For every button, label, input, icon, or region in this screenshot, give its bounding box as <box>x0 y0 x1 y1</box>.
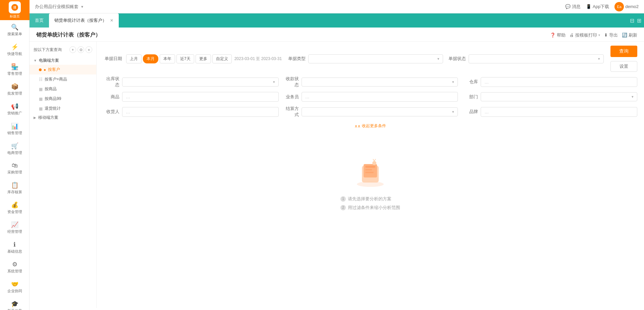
tip-item-2: 2 用过滤条件来缩小分析范围 <box>340 203 400 212</box>
logo-area[interactable]: 标题页 <box>0 0 30 20</box>
sidebar-item-system[interactable]: ⚙ 系统管理 <box>0 257 29 277</box>
add-scheme-btn[interactable]: + <box>69 46 76 53</box>
sidebar-item-purchase[interactable]: 🛍 采购管理 <box>0 159 29 178</box>
header-left: 办公用品行业模拟账套 ▾ <box>35 4 83 10</box>
collapse-filters-btn[interactable]: ∧∧ 收起更多条件 <box>103 120 637 132</box>
scheme-item-by-customer[interactable]: ● 按客户 <box>30 65 96 74</box>
more-btn[interactable]: 更多 <box>196 54 211 63</box>
sidebar-item-wholesale[interactable]: 📦 批发管理 <box>0 80 29 99</box>
message-btn[interactable]: 💬 消息 <box>565 4 581 10</box>
cur-year-btn[interactable]: 本年 <box>160 54 175 63</box>
date-range-text: 2023-03-01 至 2023-03-31 <box>234 56 282 62</box>
collapse-panel-btn[interactable]: « <box>86 46 92 53</box>
help-btn[interactable]: ❓ 帮助 <box>550 32 566 38</box>
sidebar-item-basic[interactable]: ℹ 基础信息 <box>0 238 29 257</box>
prev-month-btn[interactable]: 上月 <box>126 54 142 63</box>
payment-status-select[interactable]: ▾ <box>302 78 458 87</box>
sidebar-item-search-menu[interactable]: 🔍 搜索菜单 <box>0 20 29 40</box>
settlement-select[interactable]: ▾ <box>302 107 458 116</box>
receiver-select[interactable]: … <box>122 107 279 117</box>
scheme-item-by-product-99[interactable]: ▦ 按商品99 <box>30 94 96 104</box>
scheme-settings-btn[interactable]: ⊙ <box>77 46 84 53</box>
sidebar-item-new-guide[interactable]: 🎓 新手引导 <box>0 297 29 310</box>
sidebar-label-basic: 基础信息 <box>7 249 22 254</box>
subtitle-dropdown[interactable]: ▾ <box>81 4 83 9</box>
brand-select[interactable]: … <box>481 107 637 117</box>
sidebar-item-finance[interactable]: 💰 资金管理 <box>0 198 29 218</box>
by-p99-icon: ▦ <box>39 97 43 101</box>
tab-sales-stat[interactable]: 销货单统计计表（按客户） ✕ <box>49 13 119 28</box>
sidebar-item-marketing[interactable]: 📢 营销推广 <box>0 99 29 119</box>
by-product-label: 按商品 <box>45 86 57 92</box>
warehouse-select[interactable]: … <box>481 77 637 87</box>
sales-tab-label: 销货单统计计表（按客户） <box>54 17 107 23</box>
app-subtitle: 办公用品行业模拟账套 <box>35 4 78 10</box>
app-download-btn[interactable]: 📱 App下载 <box>586 4 609 10</box>
active-indicator <box>39 68 42 71</box>
sidebar-label-wholesale: 批发管理 <box>7 91 22 96</box>
header-right: 💬 消息 📱 App下载 Ea demo2 <box>565 2 639 11</box>
user-profile[interactable]: Ea demo2 <box>614 2 639 11</box>
sidebar-item-enterprise[interactable]: 🤝 企业协同 <box>0 277 29 297</box>
query-button[interactable]: 查询 <box>610 46 637 57</box>
export-btn[interactable]: ⬇ 导出 <box>604 32 618 38</box>
help-icon: ❓ <box>550 33 555 38</box>
left-panel: 按以下方案查询 + ⊙ « ▼ 电脑端方案 <box>30 42 97 308</box>
department-select[interactable]: ▾ <box>481 92 637 101</box>
scheme-item-by-customer-product[interactable]: ☷ 按客户+商品 <box>30 74 96 84</box>
scheme-item-by-product[interactable]: ▦ 按商品 <box>30 84 96 94</box>
order-status-select[interactable]: ▾ <box>469 54 604 63</box>
app-container: 标题页 🔍 搜索菜单 ⚡ 快捷导航 🏪 零售管理 📦 批发管理 📢 营销推广 <box>0 0 644 310</box>
sidebar-item-quick-nav[interactable]: ⚡ 快捷导航 <box>0 40 29 60</box>
tab-home[interactable]: 首页 <box>30 13 49 28</box>
refresh-btn[interactable]: 🔄 刷新 <box>622 32 637 38</box>
search-menu-icon: 🔍 <box>11 23 18 31</box>
salesperson-dots: … <box>305 94 310 99</box>
filter-panel: 单据日期 上月 本月 本年 近7天 更多 自定义 2023-03-01 至 20… <box>97 42 644 308</box>
desktop-scheme-title[interactable]: ▼ 电脑端方案 <box>30 56 96 65</box>
warehouse-dots: … <box>484 80 489 85</box>
order-type-select[interactable]: ▾ <box>308 54 443 63</box>
sidebar-item-retail[interactable]: 🏪 零售管理 <box>0 60 29 80</box>
product-select[interactable]: … <box>122 92 279 102</box>
out-status-label: 出库状态 <box>103 76 119 88</box>
warehouse-cell: 仓库 … <box>462 77 637 87</box>
by-customer-label: 按客户 <box>48 67 60 72</box>
right-section: 单据日期 上月 本月 本年 近7天 更多 自定义 2023-03-01 至 20… <box>97 42 644 308</box>
avatar: Ea <box>614 2 624 11</box>
brand-cell: 品牌 … <box>462 107 637 117</box>
last7days-btn[interactable]: 近7天 <box>176 54 194 63</box>
sidebar-item-operations[interactable]: 📈 经营管理 <box>0 218 29 238</box>
payment-status-cell: 收款状态 ▾ <box>283 76 458 88</box>
sidebar-item-sales[interactable]: 📊 销售管理 <box>0 119 29 139</box>
mobile-scheme-title[interactable]: ▶ 移动端方案 <box>30 113 96 122</box>
template-print-btn[interactable]: 🖨 按模板打印 ▾ <box>570 32 600 38</box>
cur-month-btn[interactable]: 本月 <box>143 54 158 63</box>
svg-point-6 <box>372 161 376 165</box>
order-status-group: 单据状态 ▾ <box>447 54 604 63</box>
tab-minimize-btn[interactable]: ⊟ <box>630 17 634 24</box>
svg-rect-5 <box>365 172 374 173</box>
sidebar-label-sales: 销售管理 <box>7 131 22 136</box>
scheme-item-return-stat[interactable]: ▦ 退货统计 <box>30 104 96 113</box>
export-icon: ⬇ <box>604 33 608 38</box>
salesperson-select[interactable]: … <box>302 92 458 102</box>
tip-item-1: 1 请先选择要分析的方案 <box>340 195 400 203</box>
inventory-icon: 📋 <box>11 182 18 189</box>
by-customer-icon: ● <box>44 67 46 72</box>
settings-button[interactable]: 设置 <box>610 61 637 72</box>
out-status-cell: 出库状态 ▾ <box>103 76 279 88</box>
custom-btn[interactable]: 自定义 <box>212 54 232 63</box>
tab-maximize-btn[interactable]: ⊞ <box>637 17 641 24</box>
sidebar-item-ecommerce[interactable]: 🛒 电商管理 <box>0 139 29 159</box>
retail-icon: 🏪 <box>11 63 18 70</box>
out-status-select[interactable]: ▾ <box>122 78 279 87</box>
dept-arrow: ▾ <box>632 95 634 99</box>
download-icon: 📱 <box>586 4 591 9</box>
department-label: 部门 <box>462 94 478 100</box>
tab-close-btn[interactable]: ✕ <box>110 18 113 23</box>
return-stat-label: 退货统计 <box>45 106 61 111</box>
sidebar-item-inventory[interactable]: 📋 库存核算 <box>0 178 29 198</box>
warehouse-label: 仓库 <box>462 79 478 85</box>
settlement-arrow: ▾ <box>452 110 454 114</box>
